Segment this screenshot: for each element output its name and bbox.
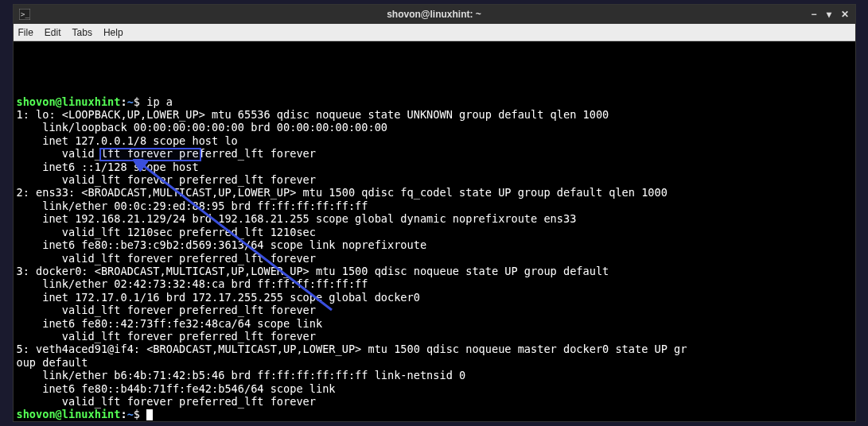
prompt-dollar: $ <box>134 95 146 108</box>
terminal-app-icon: >_ <box>18 8 31 21</box>
menubar: File Edit Tabs Help <box>14 24 855 41</box>
output-line: 3: docker0: <BROADCAST,MULTICAST,UP,LOWE… <box>17 265 852 277</box>
command-text: ip a <box>146 95 173 108</box>
terminal-window: >_ shovon@linuxhint: ~ − ▾ ✕ File Edit T… <box>13 4 856 422</box>
output-line: valid_lft forever preferred_lft forever <box>17 395 852 408</box>
terminal-content[interactable]: shovon@linuxhint:~$ ip a1: lo: <LOOPBACK… <box>14 41 855 421</box>
output-line: valid_lft forever preferred_lft forever <box>17 304 852 316</box>
titlebar[interactable]: >_ shovon@linuxhint: ~ − ▾ ✕ <box>14 5 855 24</box>
prompt-user-host: shovon@linuxhint <box>17 95 121 108</box>
output-line: 5: veth4aced91@if4: <BROADCAST,MULTICAST… <box>17 343 852 355</box>
output-line: link/ether 02:42:73:32:48:ca brd ff:ff:f… <box>17 277 852 290</box>
output-line: link/loopback 00:00:00:00:00:00 brd 00:0… <box>17 121 852 134</box>
maximize-button[interactable]: ▾ <box>825 9 833 20</box>
window-controls: − ▾ ✕ <box>809 9 850 20</box>
output-line: inet 172.17.0.1/16 brd 172.17.255.255 sc… <box>17 291 852 304</box>
prompt-path: ~ <box>127 408 134 420</box>
menu-help[interactable]: Help <box>103 27 123 38</box>
menu-edit[interactable]: Edit <box>45 27 61 38</box>
output-line: valid_lft forever preferred_lft forever <box>17 330 852 343</box>
output-line: link/ether b6:4b:71:42:b5:46 brd ff:ff:f… <box>17 369 852 381</box>
output-line: valid_lft forever preferred_lft forever <box>17 252 852 265</box>
output-line: valid_lft 1210sec preferred_lft 1210sec <box>17 226 852 238</box>
minimize-button[interactable]: − <box>809 9 818 20</box>
prompt-line: shovon@linuxhint:~$ ip a <box>17 95 852 108</box>
prompt-dollar: $ <box>134 408 146 420</box>
menu-file[interactable]: File <box>18 27 33 38</box>
cursor <box>146 409 153 420</box>
output-line: 2: ens33: <BROADCAST,MULTICAST,UP,LOWER_… <box>17 186 852 199</box>
prompt-colon: : <box>120 408 127 420</box>
output-line: oup default <box>17 356 852 369</box>
output-line: 1: lo: <LOOPBACK,UP,LOWER_UP> mtu 65536 … <box>17 108 852 121</box>
output-line: valid_lft forever preferred_lft forever <box>17 147 852 160</box>
svg-text:>_: >_ <box>21 10 29 18</box>
prompt-path: ~ <box>127 95 134 108</box>
output-line: inet6 fe80::42:73ff:fe32:48ca/64 scope l… <box>17 317 852 330</box>
output-line: inet 192.168.21.129/24 brd 192.168.21.25… <box>17 212 852 225</box>
prompt-user-host: shovon@linuxhint <box>17 408 121 420</box>
close-button[interactable]: ✕ <box>839 9 850 20</box>
output-line: link/ether 00:0c:29:ed:88:95 brd ff:ff:f… <box>17 199 852 212</box>
prompt-colon: : <box>120 95 127 108</box>
window-title: shovon@linuxhint: ~ <box>387 9 481 20</box>
output-line: inet6 fe80::b44b:71ff:fe42:b546/64 scope… <box>17 382 852 395</box>
output-line: valid_lft forever preferred_lft forever <box>17 173 852 186</box>
output-line: inet 127.0.0.1/8 scope host lo <box>17 134 852 147</box>
output-line: inet6 fe80::be73:c9b2:d569:3613/64 scope… <box>17 238 852 251</box>
menu-tabs[interactable]: Tabs <box>72 27 92 38</box>
output-line: inet6 ::1/128 scope host <box>17 161 852 173</box>
prompt-line: shovon@linuxhint:~$ <box>17 408 852 420</box>
